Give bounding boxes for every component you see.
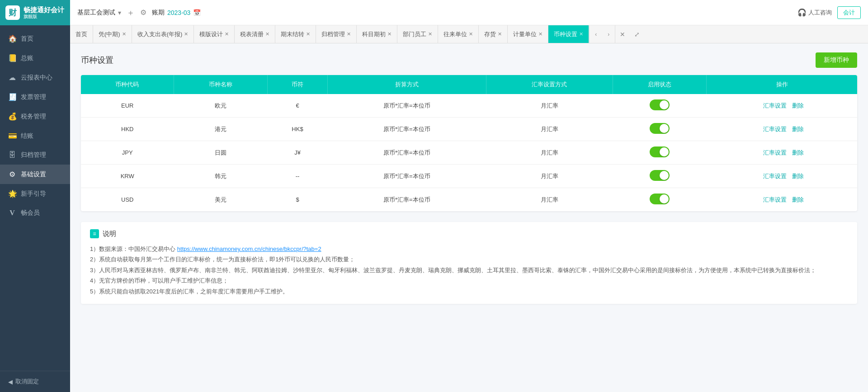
- sidebar-item-invoice[interactable]: 🧾 发票管理: [0, 87, 70, 107]
- expand-button[interactable]: ⤢: [630, 25, 644, 43]
- tab-dept[interactable]: 部门员工 ✕: [397, 25, 438, 43]
- new-currency-button[interactable]: 新增币种: [816, 52, 857, 68]
- delete-link-4[interactable]: 删除: [792, 196, 804, 203]
- sidebar-footer-label: 取消固定: [15, 378, 39, 386]
- tab-annual[interactable]: 收入支出表(年报) ✕: [132, 25, 194, 43]
- cell-name-1: 港元: [174, 118, 267, 141]
- sidebar: 财 畅捷通好会计 旗舰版 🏠 首页 📒 总账 ☁ 云报表中心 🧾 发票管理 💰 …: [0, 0, 70, 392]
- home-icon: 🏠: [8, 34, 16, 43]
- delete-link-1[interactable]: 删除: [792, 126, 804, 132]
- tab-inventory[interactable]: 存货 ✕: [479, 25, 508, 43]
- app-name: 畅捷通好会计: [24, 6, 64, 14]
- cell-symbol-4: $: [267, 188, 327, 212]
- tab-template[interactable]: 模版设计 ✕: [194, 25, 235, 43]
- delete-link-2[interactable]: 删除: [792, 149, 804, 156]
- cell-status-0: [613, 94, 707, 118]
- sidebar-item-tax[interactable]: 💰 税务管理: [0, 107, 70, 126]
- rate-setting-link-4[interactable]: 汇率设置: [763, 196, 787, 203]
- tab-inventory-close[interactable]: ✕: [498, 31, 502, 37]
- tab-period-end[interactable]: 期末结转 ✕: [275, 25, 316, 43]
- sidebar-item-archive[interactable]: 🗄 归档管理: [0, 146, 70, 165]
- sidebar-item-home[interactable]: 🏠 首页: [0, 29, 70, 48]
- notes-title-text: 说明: [103, 230, 116, 238]
- sidebar-label-vip: 畅会员: [21, 209, 40, 217]
- tab-dept-label: 部门员工: [403, 30, 426, 38]
- tab-contacts[interactable]: 往来单位 ✕: [438, 25, 479, 43]
- delete-link-0[interactable]: 删除: [792, 102, 804, 109]
- headset-icon: 🎧: [797, 8, 807, 17]
- ledger-icon: 📒: [8, 54, 16, 62]
- tab-subject[interactable]: 科目期初 ✕: [357, 25, 397, 43]
- cell-rate-type-4: 月汇率: [486, 188, 613, 212]
- tab-next-button[interactable]: ›: [602, 25, 615, 43]
- tab-annual-close[interactable]: ✕: [184, 31, 188, 37]
- tab-subject-close[interactable]: ✕: [387, 31, 392, 37]
- close-tab-button[interactable]: ✕: [615, 25, 630, 43]
- tab-home-label: 首页: [75, 30, 87, 38]
- tab-archive-close[interactable]: ✕: [347, 31, 351, 37]
- delete-link-3[interactable]: 删除: [792, 173, 804, 179]
- toggle-knob-3: [660, 171, 669, 180]
- rate-setting-link-0[interactable]: 汇率设置: [763, 102, 787, 109]
- col-code: 币种代码: [81, 75, 174, 94]
- cell-action-4: 汇率设置 删除: [707, 188, 857, 212]
- rate-setting-link-1[interactable]: 汇率设置: [763, 126, 787, 132]
- toggle-4[interactable]: [650, 194, 670, 204]
- tabbar-navigation: ‹ ›: [589, 25, 615, 43]
- tab-period-close[interactable]: ✕: [122, 31, 126, 37]
- tab-archive[interactable]: 归档管理 ✕: [316, 25, 357, 43]
- tab-prev-button[interactable]: ‹: [590, 25, 602, 43]
- help-button[interactable]: 🎧 人工咨询: [797, 8, 832, 17]
- rate-setting-link-2[interactable]: 汇率设置: [763, 149, 787, 156]
- notes-link[interactable]: https://www.chinamoney.com.cn/chinese/bk…: [177, 246, 321, 252]
- toggle-3[interactable]: [650, 170, 670, 181]
- sidebar-item-vip[interactable]: V 畅会员: [0, 203, 70, 222]
- currency-table: 币种代码 币种名称 币符 折算方式 汇率设置方式 启用状态 操作 EUR 欧元 …: [81, 75, 857, 211]
- tab-contacts-close[interactable]: ✕: [469, 31, 473, 37]
- page-header: 币种设置 新增币种: [81, 52, 857, 68]
- sidebar-item-reports[interactable]: ☁ 云报表中心: [0, 68, 70, 87]
- tab-currency-close[interactable]: ✕: [579, 31, 583, 37]
- sidebar-item-settings[interactable]: ⚙ 基础设置: [0, 165, 70, 184]
- tab-tax-close[interactable]: ✕: [265, 31, 269, 37]
- app-logo: 财 畅捷通好会计 旗舰版: [0, 0, 70, 25]
- cell-status-3: [613, 165, 707, 188]
- settings-icon: ⚙: [8, 170, 16, 179]
- tab-period[interactable]: 凭(中期) ✕: [93, 25, 132, 43]
- tab-template-close[interactable]: ✕: [225, 31, 229, 37]
- cell-rate-type-2: 月汇率: [486, 141, 613, 165]
- company-settings-icon[interactable]: ⚙: [140, 8, 146, 17]
- tab-home[interactable]: 首页: [70, 25, 93, 43]
- add-tab-button[interactable]: ＋: [127, 7, 135, 18]
- sidebar-item-guide[interactable]: 🌟 新手引导: [0, 184, 70, 203]
- sidebar-label-tax: 税务管理: [21, 113, 46, 121]
- tab-tax[interactable]: 税表清册 ✕: [235, 25, 275, 43]
- sidebar-label-home: 首页: [21, 35, 33, 43]
- toggle-2[interactable]: [650, 146, 670, 157]
- sidebar-label-settings: 基础设置: [21, 170, 46, 179]
- col-action: 操作: [707, 75, 857, 94]
- company-dropdown-icon[interactable]: ▾: [118, 9, 121, 16]
- tab-unit[interactable]: 计量单位 ✕: [508, 25, 548, 43]
- app-sub: 旗舰版: [24, 14, 64, 19]
- cell-status-2: [613, 141, 707, 165]
- tab-unit-close[interactable]: ✕: [538, 31, 542, 37]
- tab-currency[interactable]: 币种设置 ✕: [548, 25, 589, 43]
- page-title: 币种设置: [81, 55, 113, 66]
- sidebar-item-ledger[interactable]: 📒 总账: [0, 48, 70, 68]
- table-row: USD 美元 $ 原币*汇率=本位币 月汇率 汇率设置 删除: [81, 188, 857, 212]
- sidebar-item-checkout[interactable]: 💳 结账: [0, 126, 70, 146]
- sidebar-label-guide: 新手引导: [21, 190, 46, 198]
- rate-setting-link-3[interactable]: 汇率设置: [763, 173, 787, 179]
- toggle-1[interactable]: [650, 123, 670, 134]
- calendar-icon[interactable]: 📅: [193, 9, 201, 16]
- tab-dept-close[interactable]: ✕: [428, 31, 432, 37]
- note-item: 5）系统只能自动抓取2021年度后的汇率，之前年度汇率需要用户手工维护。: [90, 286, 848, 297]
- topbar: 基层工会测试 ▾ ＋ ⚙ 账期 2023-03 📅 🎧 人工咨询 会计: [70, 0, 868, 25]
- toggle-0[interactable]: [650, 99, 670, 110]
- vip-icon: V: [8, 209, 16, 217]
- user-button[interactable]: 会计: [837, 6, 861, 19]
- tab-period-end-close[interactable]: ✕: [306, 31, 310, 37]
- sidebar-pin-toggle[interactable]: ◀ 取消固定: [0, 371, 70, 392]
- sidebar-label-invoice: 发票管理: [21, 93, 46, 101]
